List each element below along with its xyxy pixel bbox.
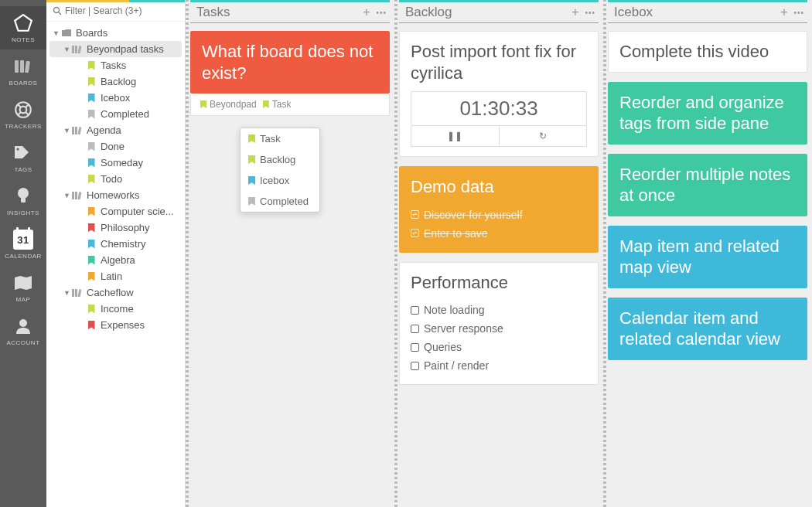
nav-trackers[interactable]: TRACKERS <box>0 93 46 136</box>
tree-label: Completed <box>101 108 179 120</box>
nav-notes[interactable]: NOTES <box>0 6 46 49</box>
card-tag[interactable]: Task <box>261 98 293 111</box>
sidebar: ▼Boards▼Beyondpad tasksTasksBacklogIcebo… <box>46 0 186 507</box>
tree-item[interactable]: Someday <box>49 155 182 171</box>
bookmark-icon <box>85 110 97 119</box>
tree-item[interactable]: Computer scie... <box>49 203 182 219</box>
dropdown-item[interactable]: Completed <box>241 191 319 212</box>
note-card[interactable]: Reorder and organize tags from side pane <box>608 82 807 145</box>
tree-item[interactable]: Expenses <box>49 317 182 333</box>
note-card[interactable]: Reorder multiple notes at once <box>608 154 807 216</box>
note-card[interactable]: Complete this video <box>608 31 807 73</box>
svg-point-14 <box>54 7 60 12</box>
nav-tags[interactable]: TAGS <box>0 136 46 179</box>
tree-group[interactable]: ▼Beyondpad tasks <box>49 41 182 57</box>
card-title: Reorder multiple notes at once <box>619 164 796 206</box>
pentagon-icon <box>12 12 34 34</box>
note-card[interactable]: Demo data✓Discover for yourself✓Enter to… <box>399 166 599 253</box>
checklist-item[interactable]: ✓Discover for yourself <box>411 206 587 224</box>
tree-item[interactable]: Completed <box>49 106 182 122</box>
timer-reset-button[interactable]: ↻ <box>500 126 587 146</box>
add-card-button[interactable]: + <box>777 5 790 19</box>
nav-calendar[interactable]: 31 CALENDAR <box>0 223 46 266</box>
tree-label: Expenses <box>101 319 179 331</box>
checklist-item[interactable]: ✓Enter to save <box>411 224 587 243</box>
checklist-item[interactable]: Queries <box>411 338 587 356</box>
svg-rect-27 <box>78 289 82 297</box>
tree-label: Cacheflow <box>87 287 179 298</box>
svg-marker-0 <box>15 15 32 31</box>
note-card[interactable]: Post import font fix for cyrilica01:30:3… <box>399 31 599 157</box>
column-title: Tasks <box>196 5 230 20</box>
tree-item[interactable]: Backlog <box>49 73 182 90</box>
checklist-item[interactable]: Note loading <box>411 301 587 319</box>
column-title: Backlog <box>405 5 452 20</box>
nav-map[interactable]: MAP <box>0 266 46 309</box>
svg-rect-20 <box>75 127 77 134</box>
tree-item[interactable]: Tasks <box>49 57 182 73</box>
tree-root[interactable]: ▼Boards <box>49 25 182 41</box>
search-bar[interactable] <box>46 0 185 22</box>
column-header: Backlog+••• <box>399 0 599 23</box>
card-tag[interactable]: Beyondpad <box>199 98 258 111</box>
books-icon <box>71 191 84 200</box>
timer-pause-button[interactable]: ❚❚ <box>411 126 500 146</box>
card-title: Reorder and organize tags from side pane <box>619 92 796 134</box>
card-title: What if board does not exist? <box>202 41 378 83</box>
tree-item[interactable]: Done <box>49 138 182 155</box>
column-header: Icebox+••• <box>608 0 807 23</box>
tree-item[interactable]: Income <box>49 301 182 317</box>
column-drag-edge[interactable] <box>603 0 606 507</box>
tree-label: Latin <box>101 271 179 282</box>
svg-rect-21 <box>78 127 82 134</box>
tree-group[interactable]: ▼Homeworks <box>49 187 182 203</box>
tree-item[interactable]: Philosophy <box>49 219 182 236</box>
tree-label: Tasks <box>101 60 179 71</box>
tree-label: Agenda <box>87 124 179 136</box>
add-card-button[interactable]: + <box>568 5 582 19</box>
add-card-button[interactable]: + <box>360 5 373 19</box>
checkbox-icon <box>411 325 419 333</box>
dropdown-item[interactable]: Task <box>241 128 319 149</box>
checklist-label: Discover for yourself <box>424 209 523 221</box>
person-icon <box>12 315 34 337</box>
tree-item[interactable]: Chemistry <box>49 236 182 252</box>
tree-item[interactable]: Algebra <box>49 252 182 268</box>
bookmark-icon <box>85 240 97 249</box>
timer-display: 01:30:33 <box>411 91 587 126</box>
nav-account[interactable]: ACCOUNT <box>0 309 46 352</box>
checklist-item[interactable]: Server response <box>411 319 587 338</box>
column-drag-edge[interactable] <box>186 0 189 507</box>
dropdown-item[interactable]: Icebox <box>241 170 319 191</box>
lifebuoy-icon <box>12 99 34 121</box>
bookmark-icon <box>85 223 97 233</box>
note-card[interactable]: Map item and related map view <box>608 226 807 288</box>
tree-item[interactable]: Icebox <box>49 90 182 106</box>
tags-icon <box>12 142 34 164</box>
svg-rect-24 <box>78 192 82 199</box>
nav-boards[interactable]: BOARDS <box>0 49 46 93</box>
column-more-button[interactable]: ••• <box>582 9 599 17</box>
card-title: Demo data <box>411 176 587 198</box>
column-more-button[interactable]: ••• <box>790 9 807 17</box>
dropdown-item[interactable]: Backlog <box>241 149 319 170</box>
tree-item[interactable]: Todo <box>49 171 182 187</box>
note-card[interactable]: PerformanceNote loadingServer responseQu… <box>399 262 599 386</box>
svg-rect-22 <box>72 192 74 199</box>
search-input[interactable] <box>65 5 181 16</box>
tree-label: Computer scie... <box>101 206 179 217</box>
bookmark-icon <box>85 256 97 265</box>
column-more-button[interactable]: ••• <box>373 9 390 17</box>
note-card[interactable]: What if board does not exist? <box>190 31 390 94</box>
timer-controls: ❚❚↻ <box>411 126 587 147</box>
checkbox-icon <box>411 343 419 352</box>
tree-item[interactable]: Latin <box>49 268 182 284</box>
checklist-item[interactable]: Paint / render <box>411 356 587 375</box>
column-drag-edge[interactable] <box>394 0 397 507</box>
nav-insights[interactable]: INSIGHTS <box>0 179 46 223</box>
note-card[interactable]: Calendar item and related calendar view <box>608 298 807 360</box>
tree-label: Backlog <box>101 76 179 87</box>
tag-dropdown: TaskBacklogIceboxCompleted <box>240 128 320 213</box>
tree-group[interactable]: ▼Cacheflow <box>49 284 182 301</box>
tree-group[interactable]: ▼Agenda <box>49 122 182 138</box>
